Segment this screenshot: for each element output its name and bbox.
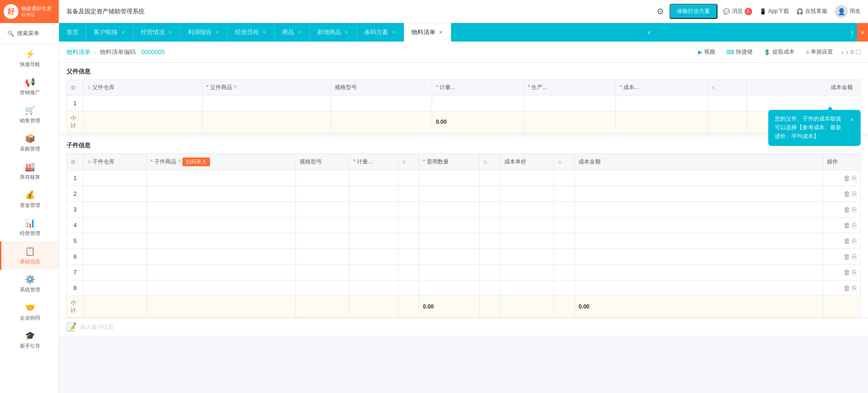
parent-cost-cell[interactable] xyxy=(616,96,708,111)
toolbar-cost-btn[interactable]: 💲 提取成本 xyxy=(761,46,797,58)
child-unit-cell[interactable] xyxy=(350,233,398,249)
page-nav-list[interactable]: ≡ xyxy=(850,48,854,56)
child-warehouse-cell[interactable] xyxy=(84,249,147,265)
tab-home[interactable]: 首页 xyxy=(59,23,86,42)
child-product-cell[interactable] xyxy=(146,249,295,265)
tab-customer[interactable]: 客户联络 × xyxy=(86,23,133,42)
tab-product-close[interactable]: × xyxy=(297,28,302,36)
child-spec-cell[interactable] xyxy=(295,202,350,218)
scan-input-button[interactable]: 扫码录入 xyxy=(182,157,210,166)
child-unit-cell[interactable] xyxy=(350,186,398,202)
settings-icon[interactable]: ⚙ xyxy=(657,6,664,17)
child-unit-cost-cell[interactable] xyxy=(500,265,554,280)
sidebar-item-operations[interactable]: 📊 经营管理 xyxy=(0,213,59,242)
child-product-cell[interactable] xyxy=(146,265,295,280)
sidebar-item-quick-nav[interactable]: ⚡ 快捷导航 xyxy=(0,44,59,73)
tab-product[interactable]: 商品 × xyxy=(275,23,310,42)
delete-icon[interactable]: 🗑 xyxy=(844,284,850,292)
child-required-qty-cell[interactable] xyxy=(419,280,480,296)
child-warehouse-cell[interactable] xyxy=(84,170,147,186)
child-unit-cell[interactable] xyxy=(350,218,398,233)
child-required-qty-cell[interactable] xyxy=(419,186,480,202)
child-unit-cell[interactable] xyxy=(350,202,398,218)
delete-icon[interactable]: 🗑 xyxy=(844,221,850,229)
parent-warehouse-cell[interactable] xyxy=(84,96,203,111)
child-warehouse-cell[interactable] xyxy=(84,280,147,296)
app-download-button[interactable]: 📱 App下载 xyxy=(760,7,789,15)
tab-scroll-right[interactable]: › xyxy=(847,23,857,42)
child-spec-cell[interactable] xyxy=(295,186,350,202)
parent-settings-icon[interactable]: ⚙ xyxy=(71,85,76,91)
user-menu-button[interactable]: 👤 用友 xyxy=(835,5,861,18)
child-warehouse-cell[interactable] xyxy=(84,265,147,280)
child-required-qty-cell[interactable] xyxy=(419,249,480,265)
copy-icon[interactable]: ⎘ xyxy=(852,190,856,198)
toolbar-video-btn[interactable]: ▶ 视频 xyxy=(695,46,718,58)
child-unit-cost-cell[interactable] xyxy=(500,249,554,265)
sidebar-item-inventory[interactable]: 🏭 库存核算 xyxy=(0,157,59,185)
tooltip-close-btn[interactable]: × xyxy=(850,115,854,125)
copy-icon[interactable]: ⎘ xyxy=(852,268,856,276)
page-nav-next[interactable]: › xyxy=(846,48,848,56)
child-unit-cell[interactable] xyxy=(350,170,398,186)
delete-icon[interactable]: 🗑 xyxy=(844,206,850,213)
child-unit-cell[interactable] xyxy=(350,265,398,280)
child-required-qty-cell[interactable] xyxy=(419,202,480,218)
child-product-cell[interactable] xyxy=(146,186,295,202)
child-product-cell[interactable] xyxy=(146,233,295,249)
sidebar-item-guide[interactable]: 🎓 新手引导 xyxy=(0,326,59,354)
child-product-cell[interactable] xyxy=(146,280,295,296)
tab-ops-close[interactable]: × xyxy=(168,28,173,36)
child-unit-cost-cell[interactable] xyxy=(500,186,554,202)
child-unit-cell[interactable] xyxy=(350,249,398,265)
copy-icon[interactable]: ⎘ xyxy=(852,253,856,260)
child-warehouse-cell[interactable] xyxy=(84,233,147,249)
sidebar-item-marketing[interactable]: 📢 营销推广 xyxy=(0,73,59,101)
delete-icon[interactable]: 🗑 xyxy=(844,268,850,276)
search-menu-button[interactable]: 🔍 搜索菜单 xyxy=(4,27,55,40)
page-nav-close[interactable]: □ xyxy=(856,48,861,56)
parent-production-cell[interactable] xyxy=(524,96,616,111)
delete-icon[interactable]: 🗑 xyxy=(844,190,850,198)
child-spec-cell[interactable] xyxy=(295,170,350,186)
toolbar-shortcut-btn[interactable]: ⌨ 快捷键 xyxy=(723,46,755,58)
child-product-cell[interactable] xyxy=(146,202,295,218)
copy-icon[interactable]: ⎘ xyxy=(852,206,856,213)
child-required-qty-cell[interactable] xyxy=(419,218,480,233)
child-spec-cell[interactable] xyxy=(295,280,350,296)
child-required-qty-cell[interactable] xyxy=(419,265,480,280)
tab-barcode-close[interactable]: × xyxy=(391,28,396,36)
copy-icon[interactable]: ⎘ xyxy=(852,221,856,229)
sidebar-item-purchase[interactable]: 📦 采购管理 xyxy=(0,129,59,157)
tab-add-close[interactable]: × xyxy=(344,28,349,36)
child-unit-cost-cell[interactable] xyxy=(500,233,554,249)
tab-barcode[interactable]: 条码方案 × xyxy=(357,23,404,42)
child-unit-cost-cell[interactable] xyxy=(500,218,554,233)
sidebar-item-enterprise[interactable]: 🤝 企业协同 xyxy=(0,298,59,326)
tab-scroll-left[interactable]: ‹ xyxy=(644,23,654,42)
tab-biz-history[interactable]: 经营历程 × xyxy=(228,23,275,42)
child-required-qty-cell[interactable] xyxy=(419,233,480,249)
child-spec-cell[interactable] xyxy=(295,265,350,280)
breadcrumb-parent[interactable]: 物料清单 xyxy=(66,48,90,56)
sidebar-item-sales[interactable]: 🛒 销售管理 xyxy=(0,101,59,129)
child-spec-cell[interactable] xyxy=(295,233,350,249)
child-spec-cell[interactable] xyxy=(295,249,350,265)
page-nav-prev[interactable]: ‹ xyxy=(841,48,844,56)
trial-button[interactable]: 体验行业方案 xyxy=(669,4,717,19)
child-product-cell[interactable] xyxy=(146,170,295,186)
message-button[interactable]: 💬 消息 6 xyxy=(723,7,752,15)
online-service-button[interactable]: 🎧 在线客服 xyxy=(796,7,827,15)
tab-add-product[interactable]: 新增商品 × xyxy=(310,23,357,42)
tab-profit-report[interactable]: 利润报告 × xyxy=(181,23,228,42)
sidebar-item-finance[interactable]: 💰 资金管理 xyxy=(0,185,59,213)
parent-product-cell[interactable] xyxy=(202,96,331,111)
child-unit-cost-cell[interactable] xyxy=(500,280,554,296)
tab-close-all[interactable]: × xyxy=(857,23,868,42)
tab-bom-close[interactable]: × xyxy=(438,28,443,36)
child-unit-cell[interactable] xyxy=(350,280,398,296)
child-spec-cell[interactable] xyxy=(295,218,350,233)
tab-customer-close[interactable]: × xyxy=(121,28,126,36)
child-settings-icon[interactable]: ⚙ xyxy=(71,159,76,165)
parent-spec-cell[interactable] xyxy=(331,96,432,111)
